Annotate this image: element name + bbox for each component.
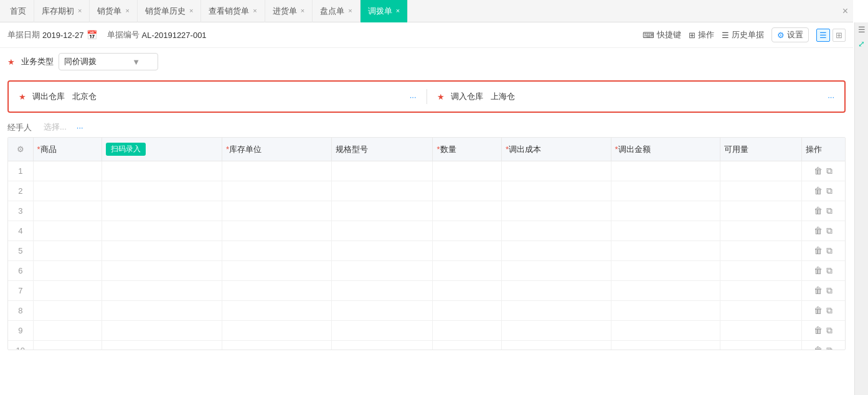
cost-cell[interactable] [501, 181, 611, 201]
tab-sales-history[interactable]: 销货单历史 × [138, 0, 201, 22]
unit-cell[interactable] [222, 181, 331, 201]
copy-row-button[interactable]: ⧉ [826, 206, 833, 216]
tab-purchase[interactable]: 进货单 × [265, 0, 313, 22]
window-close-button[interactable]: × [842, 6, 848, 17]
copy-row-button[interactable]: ⧉ [826, 305, 833, 316]
cost-cell[interactable] [501, 221, 611, 241]
qty-cell[interactable] [433, 161, 501, 181]
tab-view-sales[interactable]: 查看销货单 × [201, 0, 265, 22]
amount-cell[interactable] [611, 301, 720, 321]
settings-button[interactable]: ⚙ 设置 [771, 27, 809, 42]
delete-row-button[interactable]: 🗑 [814, 245, 823, 256]
handler-more-button[interactable]: ··· [77, 123, 83, 132]
product-cell[interactable] [33, 321, 101, 341]
cost-cell[interactable] [501, 321, 611, 341]
amount-cell[interactable] [611, 241, 720, 261]
amount-cell[interactable] [611, 341, 720, 350]
operation-button[interactable]: ⊞ 操作 [689, 29, 714, 40]
cost-cell[interactable] [501, 161, 611, 181]
product-cell[interactable] [33, 281, 101, 301]
spec-cell[interactable] [331, 281, 433, 301]
product-cell[interactable] [33, 161, 101, 181]
unit-cell[interactable] [222, 241, 331, 261]
amount-cell[interactable] [611, 201, 720, 221]
qty-cell[interactable] [433, 341, 501, 350]
unit-cell[interactable] [222, 261, 331, 281]
tab-transfer[interactable]: 调拨单 × [361, 0, 408, 22]
spec-cell[interactable] [331, 261, 433, 281]
delete-row-button[interactable]: 🗑 [814, 345, 823, 350]
amount-cell[interactable] [611, 261, 720, 281]
delete-row-button[interactable]: 🗑 [814, 285, 823, 296]
unit-cell[interactable] [222, 221, 331, 241]
spec-cell[interactable] [331, 321, 433, 341]
amount-cell[interactable] [611, 161, 720, 181]
unit-cell[interactable] [222, 301, 331, 321]
qty-cell[interactable] [433, 201, 501, 221]
cost-cell[interactable] [501, 201, 611, 221]
history-button[interactable]: ☰ 历史单据 [722, 29, 764, 40]
qty-cell[interactable] [433, 321, 501, 341]
close-icon[interactable]: × [189, 7, 193, 14]
qty-cell[interactable] [433, 301, 501, 321]
tab-home[interactable]: 首页 [2, 0, 34, 22]
sidebar-expand-icon[interactable]: ⤢ [858, 39, 865, 49]
spec-cell[interactable] [331, 221, 433, 241]
qty-cell[interactable] [433, 261, 501, 281]
shortcut-key-button[interactable]: ⌨ 快捷键 [643, 29, 681, 40]
cost-cell[interactable] [501, 261, 611, 281]
cost-cell[interactable] [501, 281, 611, 301]
delete-row-button[interactable]: 🗑 [814, 265, 823, 276]
copy-row-button[interactable]: ⧉ [826, 285, 833, 296]
spec-cell[interactable] [331, 181, 433, 201]
close-icon[interactable]: × [348, 7, 352, 14]
tab-inventory-check[interactable]: 盘点单 × [313, 0, 360, 22]
amount-cell[interactable] [611, 281, 720, 301]
copy-row-button[interactable]: ⧉ [826, 265, 833, 276]
unit-cell[interactable] [222, 321, 331, 341]
copy-row-button[interactable]: ⧉ [826, 166, 833, 176]
product-cell[interactable] [33, 341, 101, 350]
grid-view-button[interactable]: ⊞ [833, 29, 846, 42]
col-gear-header[interactable]: ⚙ [8, 138, 33, 161]
amount-cell[interactable] [611, 221, 720, 241]
product-cell[interactable] [33, 201, 101, 221]
copy-row-button[interactable]: ⧉ [826, 345, 833, 350]
product-cell[interactable] [33, 241, 101, 261]
close-icon[interactable]: × [125, 7, 129, 14]
delete-row-button[interactable]: 🗑 [814, 186, 823, 196]
copy-row-button[interactable]: ⧉ [826, 245, 833, 256]
product-cell[interactable] [33, 181, 101, 201]
qty-cell[interactable] [433, 181, 501, 201]
spec-cell[interactable] [331, 201, 433, 221]
amount-cell[interactable] [611, 321, 720, 341]
unit-cell[interactable] [222, 281, 331, 301]
product-cell[interactable] [33, 301, 101, 321]
cost-cell[interactable] [501, 241, 611, 261]
copy-row-button[interactable]: ⧉ [826, 186, 833, 196]
out-warehouse-more-button[interactable]: ··· [410, 92, 417, 102]
in-warehouse-more-button[interactable]: ··· [828, 92, 834, 102]
unit-cell[interactable] [222, 161, 331, 181]
cost-cell[interactable] [501, 341, 611, 350]
calendar-icon[interactable]: 📅 [87, 30, 97, 40]
unit-cell[interactable] [222, 341, 331, 350]
spec-cell[interactable] [331, 241, 433, 261]
spec-cell[interactable] [331, 301, 433, 321]
product-cell[interactable] [33, 221, 101, 241]
qty-cell[interactable] [433, 241, 501, 261]
scan-button[interactable]: 扫码录入 [106, 143, 146, 156]
copy-row-button[interactable]: ⧉ [826, 325, 833, 336]
delete-row-button[interactable]: 🗑 [814, 305, 823, 316]
close-icon[interactable]: × [78, 7, 82, 14]
copy-row-button[interactable]: ⧉ [826, 226, 833, 236]
product-cell[interactable] [33, 261, 101, 281]
table-scroll-area[interactable]: ⚙ *商品 扫码录入 *库存单位 规格型号 *数量 [8, 138, 845, 350]
unit-cell[interactable] [222, 201, 331, 221]
delete-row-button[interactable]: 🗑 [814, 325, 823, 336]
cost-cell[interactable] [501, 301, 611, 321]
qty-cell[interactable] [433, 221, 501, 241]
delete-row-button[interactable]: 🗑 [814, 206, 823, 216]
close-icon[interactable]: × [253, 7, 257, 14]
delete-row-button[interactable]: 🗑 [814, 226, 823, 236]
